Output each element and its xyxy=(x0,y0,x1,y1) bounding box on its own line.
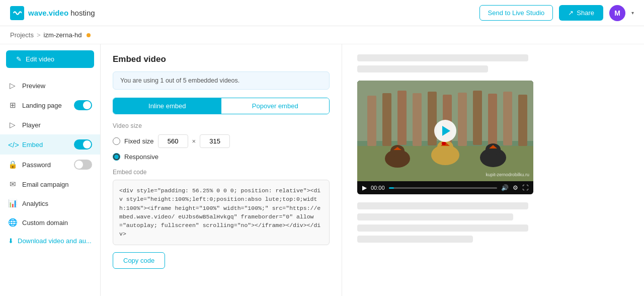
avatar[interactable]: M xyxy=(609,5,625,21)
sidebar-label-analytics: Analytics xyxy=(22,200,48,207)
fixed-size-label: Fixed size xyxy=(124,137,154,145)
fixed-size-row: Fixed size × xyxy=(113,134,330,148)
preview-line xyxy=(357,236,473,243)
copy-code-button[interactable]: Copy code xyxy=(113,252,165,269)
download-link[interactable]: ⬇ Download video and au... xyxy=(0,232,100,250)
video-thumbnail: wave.video xyxy=(357,81,533,181)
breadcrumb-projects-link[interactable]: Projects xyxy=(10,31,34,39)
sidebar-item-player[interactable]: ▷ Player xyxy=(0,115,100,134)
progress-bar[interactable] xyxy=(389,187,497,189)
logo-icon xyxy=(10,6,24,20)
breadcrumb-current-page: izm-zerna-hd xyxy=(44,31,82,39)
analytics-icon: 📊 xyxy=(8,199,17,208)
video-credit: kupit-zernodrobilku.ru xyxy=(486,172,529,177)
breadcrumb-separator: > xyxy=(37,31,41,39)
size-section-label: Video size xyxy=(113,122,330,129)
sidebar-label-email: Email campaign xyxy=(22,181,69,188)
responsive-size-radio[interactable] xyxy=(113,153,120,161)
sidebar-item-embed[interactable]: </> Embed xyxy=(0,134,100,155)
embed-notice: You are using 1 out of 5 embedded videos… xyxy=(113,71,330,90)
video-controls: ▶ 00:00 🔊 ⚙ ⛶ xyxy=(357,181,533,194)
preview-line xyxy=(357,54,528,61)
password-toggle[interactable] xyxy=(74,160,92,170)
preview-lines-bottom xyxy=(357,202,629,243)
responsive-label: Responsive xyxy=(124,153,158,161)
breadcrumb: Projects > izm-zerna-hd xyxy=(0,26,644,44)
sidebar-item-preview[interactable]: ▷ Preview xyxy=(0,76,100,95)
header-left: wave.video hosting xyxy=(10,6,95,20)
download-icon: ⬇ xyxy=(8,237,14,245)
sidebar-item-email[interactable]: ✉ Email campaign xyxy=(0,175,100,194)
sidebar-label-embed: Embed xyxy=(22,141,43,148)
svg-rect-20 xyxy=(442,142,446,145)
svg-rect-9 xyxy=(473,91,482,145)
player-icon: ▷ xyxy=(8,120,17,129)
svg-rect-6 xyxy=(428,92,437,145)
play-button[interactable] xyxy=(434,120,456,142)
progress-bar-fill xyxy=(389,187,394,189)
size-options: Fixed size × Responsive xyxy=(113,134,330,161)
play-control-icon[interactable]: ▶ xyxy=(362,184,367,191)
volume-icon[interactable]: 🔊 xyxy=(501,184,509,191)
logo-suffix: hosting xyxy=(68,9,95,17)
svg-rect-12 xyxy=(518,95,527,146)
domain-icon: 🌐 xyxy=(8,218,17,227)
svg-rect-10 xyxy=(488,94,497,146)
embed-toggle[interactable] xyxy=(74,139,92,150)
edit-video-button[interactable]: ✎ Edit video xyxy=(6,50,94,68)
video-time: 00:00 xyxy=(371,185,385,191)
landing-toggle[interactable] xyxy=(74,100,92,110)
email-icon: ✉ xyxy=(8,180,17,189)
sidebar-item-analytics[interactable]: 📊 Analytics xyxy=(0,194,100,213)
logo-text: wave.video hosting xyxy=(28,9,95,17)
sidebar-label-preview: Preview xyxy=(22,82,45,90)
preview-line xyxy=(357,65,488,72)
sidebar-item-domain[interactable]: 🌐 Custom domain xyxy=(0,213,100,232)
svg-rect-11 xyxy=(503,92,512,145)
breadcrumb-status-dot xyxy=(87,33,91,37)
embed-title: Embed video xyxy=(113,54,330,64)
width-input[interactable] xyxy=(158,134,188,148)
responsive-size-row: Responsive xyxy=(113,153,330,161)
preview-area: wave.video xyxy=(342,44,644,296)
sidebar: ✎ Edit video ▷ Preview ⊞ Landing page ▷ … xyxy=(0,44,101,296)
settings-icon[interactable]: ⚙ xyxy=(513,184,518,191)
main-content: Embed video You are using 1 out of 5 emb… xyxy=(101,44,644,296)
fullscreen-icon[interactable]: ⛶ xyxy=(522,184,528,191)
tab-popover-embed[interactable]: Popover embed xyxy=(221,98,330,114)
height-input[interactable] xyxy=(200,134,230,148)
embed-tabs: Inline embed Popover embed xyxy=(113,98,330,114)
svg-rect-3 xyxy=(382,93,391,146)
tab-inline-embed[interactable]: Inline embed xyxy=(113,98,221,114)
send-to-live-studio-button[interactable]: Send to Live Studio xyxy=(479,5,553,21)
sidebar-label-password: Password xyxy=(22,161,51,169)
embed-code-box[interactable]: <div style="padding: 56.25% 0 0 0; posit… xyxy=(113,180,330,245)
svg-point-15 xyxy=(390,145,405,157)
header-right: Send to Live Studio ↗ Share M ▾ xyxy=(479,5,634,21)
embed-icon: </> xyxy=(8,140,17,149)
landing-icon: ⊞ xyxy=(8,101,17,110)
svg-rect-8 xyxy=(458,93,467,146)
share-button[interactable]: ↗ Share xyxy=(559,5,603,21)
edit-icon: ✎ xyxy=(16,55,22,63)
preview-lines-top xyxy=(357,54,629,72)
svg-rect-4 xyxy=(397,91,407,145)
preview-line xyxy=(357,202,528,209)
share-label: Share xyxy=(577,9,594,17)
avatar-chevron-icon[interactable]: ▾ xyxy=(631,10,634,16)
edit-video-label: Edit video xyxy=(26,55,54,63)
size-x-separator: × xyxy=(192,137,196,145)
preview-line xyxy=(357,225,528,232)
code-section-label: Embed code xyxy=(113,169,330,176)
sidebar-label-landing: Landing page xyxy=(22,102,62,109)
share-icon: ↗ xyxy=(568,9,574,17)
video-container: wave.video xyxy=(357,81,533,194)
svg-rect-2 xyxy=(367,96,376,146)
sidebar-label-player: Player xyxy=(22,121,41,129)
main-layout: ✎ Edit video ▷ Preview ⊞ Landing page ▷ … xyxy=(0,44,644,296)
sidebar-item-landing[interactable]: ⊞ Landing page xyxy=(0,95,100,115)
sidebar-item-password[interactable]: 🔒 Password xyxy=(0,155,100,175)
header: wave.video hosting Send to Live Studio ↗… xyxy=(0,0,644,26)
fixed-size-radio[interactable] xyxy=(113,137,120,145)
preview-line xyxy=(357,213,513,220)
